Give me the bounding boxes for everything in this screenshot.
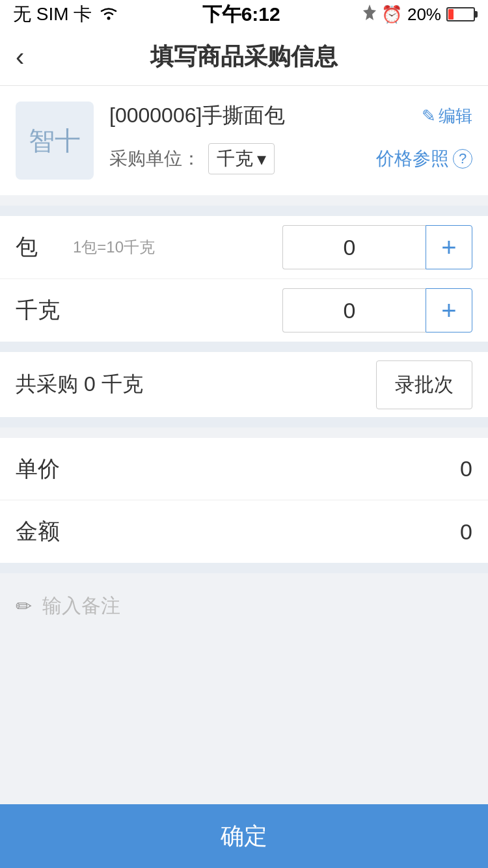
product-info: [0000006]手撕面包 ✎ 编辑 采购单位： 千克 ▾ 价格参照 ? xyxy=(109,102,472,174)
divider-1 xyxy=(0,206,488,216)
pack-label: 包 xyxy=(16,232,68,262)
battery-icon xyxy=(446,7,475,21)
status-bar: 无 SIM 卡 下午6:12 ⏰ 20% xyxy=(0,0,488,29)
sim-status: 无 SIM 卡 xyxy=(13,2,92,27)
pack-quantity-input[interactable] xyxy=(282,225,426,269)
divider-3 xyxy=(0,417,488,427)
unit-select[interactable]: 千克 ▾ xyxy=(208,143,275,174)
price-ref-label: 价格参照 xyxy=(376,146,449,171)
kg-input-section: 千克 + xyxy=(0,279,488,342)
edit-label: 编辑 xyxy=(439,105,472,128)
amount-row: 金额 0 xyxy=(0,500,488,563)
product-name: [0000006]手撕面包 xyxy=(109,102,285,130)
alarm-icon: ⏰ xyxy=(381,5,402,25)
product-card: 智十 [0000006]手撕面包 ✎ 编辑 采购单位： 千克 ▾ xyxy=(0,86,488,195)
amount-value: 0 xyxy=(460,519,472,545)
remark-placeholder: 输入备注 xyxy=(42,593,120,619)
nav-bar: ‹ 填写商品采购信息 xyxy=(0,29,488,86)
status-left: 无 SIM 卡 xyxy=(13,2,119,27)
battery-percentage: 20% xyxy=(407,5,441,25)
edit-button[interactable]: ✎ 编辑 xyxy=(422,105,472,128)
unit-price-label: 单价 xyxy=(16,454,60,484)
record-batch-button[interactable]: 录批次 xyxy=(376,360,472,409)
product-logo: 智十 xyxy=(29,123,81,159)
product-name-row: [0000006]手撕面包 ✎ 编辑 xyxy=(109,102,472,130)
amount-label: 金额 xyxy=(16,517,60,547)
unit-price-value: 0 xyxy=(460,456,472,481)
kg-quantity-input[interactable] xyxy=(282,288,426,332)
price-detail-section: 单价 0 金额 0 xyxy=(0,438,488,563)
summary-section: 共采购 0 千克 录批次 xyxy=(0,352,488,417)
divider-2 xyxy=(0,342,488,352)
summary-total: 共采购 0 千克 xyxy=(16,370,143,399)
wifi-icon xyxy=(98,4,119,25)
dropdown-icon: ▾ xyxy=(257,148,266,170)
kg-label: 千克 xyxy=(16,295,68,325)
remark-section[interactable]: ✏ 输入备注 xyxy=(0,573,488,638)
confirm-label: 确定 xyxy=(221,821,267,852)
edit-icon: ✎ xyxy=(422,106,436,126)
unit-price-row: 单价 0 xyxy=(0,438,488,500)
pack-input-right: + xyxy=(282,225,472,269)
price-ref-help-icon: ? xyxy=(453,149,472,169)
divider-4 xyxy=(0,563,488,573)
back-button[interactable]: ‹ xyxy=(16,42,24,72)
page-title: 填写商品采购信息 xyxy=(150,41,338,73)
remark-icon: ✏ xyxy=(16,595,32,617)
svg-point-0 xyxy=(107,17,111,20)
status-time: 下午6:12 xyxy=(202,1,280,28)
kg-plus-button[interactable]: + xyxy=(426,288,472,332)
pack-input-section: 包 1包=10千克 + xyxy=(0,216,488,278)
location-icon xyxy=(363,5,376,25)
kg-input-right: + xyxy=(282,288,472,332)
unit-value: 千克 xyxy=(217,146,253,171)
kg-input-row: 千克 + xyxy=(0,279,488,342)
unit-label: 采购单位： xyxy=(109,146,200,171)
pack-sub-label: 1包=10千克 xyxy=(73,237,282,258)
pack-input-row: 包 1包=10千克 + xyxy=(0,216,488,278)
product-image: 智十 xyxy=(16,102,94,180)
pack-plus-button[interactable]: + xyxy=(426,225,472,269)
price-ref-button[interactable]: 价格参照 ? xyxy=(376,146,472,171)
purchase-unit-row: 采购单位： 千克 ▾ 价格参照 ? xyxy=(109,143,472,174)
confirm-button[interactable]: 确定 xyxy=(0,804,488,868)
status-right: ⏰ 20% xyxy=(363,5,475,25)
